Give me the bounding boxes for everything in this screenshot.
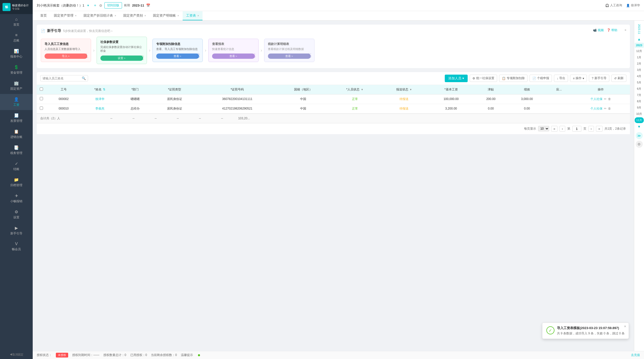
sidebar-item-settle[interactable]: ✓ 结账 (0, 158, 33, 174)
tab-close-payroll[interactable]: × (197, 14, 199, 17)
row-checkbox-1[interactable] (40, 97, 43, 100)
expand-panel-button[interactable]: ≫ (636, 132, 643, 139)
month-item-8[interactable]: 8月 (635, 98, 644, 104)
tab-home[interactable]: 首页 (37, 11, 50, 20)
row-checkbox-2[interactable] (40, 107, 43, 110)
month-item-4[interactable]: 4月 (635, 73, 644, 79)
ai-consult-button[interactable]: 🎧 人工咨询 (605, 3, 622, 8)
wizard-step-3-btn[interactable]: 查看＞ (156, 54, 199, 59)
wizard-step-5-btn[interactable]: 查看＞ (268, 54, 311, 59)
status-filter-icon[interactable]: ▼ (361, 88, 364, 91)
first-page-button[interactable]: « (551, 126, 557, 132)
tax-report-button[interactable]: 📄 个税申报 (530, 75, 552, 82)
sidebar-item-member[interactable]: V 畅会员 (0, 239, 33, 254)
special-deduction-button[interactable]: 📋 专项附加扣除 (499, 75, 528, 82)
tab-close-fixed-detail[interactable]: × (177, 14, 179, 17)
th-status[interactable]: *人员状态 ▼ (330, 85, 380, 94)
month-item-5[interactable]: 5月 (635, 80, 644, 85)
report-status-filter-icon[interactable]: ▼ (410, 88, 412, 91)
tab-close-fixed-cat[interactable]: × (144, 14, 146, 17)
search-icon[interactable]: 🔍 (82, 76, 86, 80)
export-button[interactable]: ↓ 导出 (554, 75, 568, 82)
sidebar-item-ledger[interactable]: ≡ 总账 (0, 30, 33, 46)
month-item-10[interactable]: 10月 (635, 111, 644, 117)
guide-button[interactable]: ? 新手引导 (589, 75, 609, 82)
month-item-9[interactable]: 9月 (635, 105, 644, 111)
month-item-1[interactable]: 1月 (635, 55, 644, 60)
social-insurance-button[interactable]: ⚙ 统一社保设置 (470, 75, 497, 82)
sidebar-item-label: 资金管理 (10, 71, 22, 75)
employee-name-1[interactable]: 徐泽华 (95, 97, 104, 101)
month-item-12[interactable]: 12月 (635, 48, 644, 54)
month-item-3[interactable]: 3月 (635, 67, 644, 73)
month-item-6[interactable]: 6月 (635, 86, 644, 92)
account-dropdown[interactable]: ▾ (87, 4, 89, 7)
sidebar-item-funds[interactable]: 💲 资金管理 (0, 62, 33, 78)
sidebar-item-label: 设置 (13, 215, 19, 220)
month-item-2[interactable]: 2月 (635, 61, 644, 67)
name-sort-icon[interactable]: ⇅ (103, 88, 105, 91)
calendar-icon[interactable]: 📅 (146, 4, 150, 7)
op-edit-icon-1[interactable]: ✏ (604, 97, 607, 101)
add-employee-button[interactable]: 添加人员 ▾ (445, 75, 468, 82)
tab-payroll-table[interactable]: 工资表 × (183, 11, 203, 20)
sidebar-unpin-button[interactable]: ◀取消固定 (0, 350, 33, 359)
video-link[interactable]: 📹 视频 (593, 28, 603, 32)
th-id-type: *证照类型 (151, 85, 197, 94)
sidebar-item-home[interactable]: ⌂ 首页 (0, 14, 33, 30)
select-all-checkbox[interactable] (40, 87, 43, 91)
tab-fixed-dep[interactable]: 固定资产折旧统计表 × (80, 11, 119, 20)
tab-close-fixed-mgmt[interactable]: × (75, 14, 76, 17)
op-edit-icon-2[interactable]: ✏ (604, 107, 607, 110)
per-page-select[interactable]: 10 20 50 (538, 126, 549, 131)
op-social-insurance-1[interactable]: 个人社保 (590, 97, 602, 101)
tab-fixed-cat[interactable]: 固定资产类别 × (120, 11, 149, 20)
employee-name-2[interactable]: 李俊杰 (95, 107, 104, 110)
page-input[interactable] (572, 126, 581, 132)
toast-close-button[interactable]: × (624, 324, 626, 328)
search-input[interactable] (43, 77, 80, 80)
wizard-step-1-btn[interactable]: 导入＞ (45, 54, 87, 59)
settings-button[interactable]: ⚙ (99, 4, 102, 8)
month-nav-down[interactable]: ▼ (637, 124, 641, 129)
sidebar-item-archive[interactable]: 📁 归档管理 (0, 174, 33, 190)
wizard-step-2-btn[interactable]: 设置＞ (100, 56, 143, 61)
sidebar-item-settings[interactable]: ⚙ 设置 (0, 207, 33, 223)
sidebar-item-invoice[interactable]: 🧾 发票管理 (0, 110, 33, 126)
switch-old-version-button[interactable]: 切到旧版 (104, 2, 122, 9)
sidebar-item-expense[interactable]: ✈ 小畅报销 (0, 190, 33, 207)
sidebar-item-guide[interactable]: ▶ 新手引导 (0, 223, 33, 239)
tab-fixed-detail[interactable]: 固定资产明细账 × (149, 11, 182, 20)
th-report-status[interactable]: 报送状态 ▼ (380, 85, 428, 94)
month-item-11[interactable]: 11月 (635, 117, 644, 123)
user-info[interactable]: 👤 徐泽华 (626, 3, 640, 8)
op-social-insurance-2[interactable]: 个人社保 (590, 107, 602, 111)
add-account-button[interactable]: ＋ (93, 3, 97, 8)
tab-fixed-mgmt[interactable]: 固定资产管理 × (50, 11, 80, 20)
recharge-link[interactable]: 去充值 (631, 353, 640, 357)
sidebar-item-report[interactable]: 📊 报表中心 (0, 46, 33, 62)
report-icon: 📊 (14, 49, 19, 54)
sidebar-item-fixed[interactable]: 🏢 固定资产 (0, 78, 33, 94)
op-delete-icon-2[interactable]: 🗑 (608, 107, 611, 110)
settle-icon: ✓ (15, 161, 18, 166)
settings-panel-button[interactable]: ⚙ (636, 141, 643, 148)
help-link[interactable]: ❓ 帮助 (607, 28, 617, 32)
op-delete-icon-1[interactable]: 🗑 (608, 97, 611, 101)
tab-close-fixed-dep[interactable]: × (114, 14, 116, 17)
sidebar-item-trade[interactable]: 📋 进销台账 (0, 126, 33, 142)
operate-button[interactable]: ≡ 操作 ▾ (570, 75, 587, 82)
last-page-button[interactable]: » (596, 126, 602, 132)
sidebar-item-label: 小畅报销 (10, 199, 22, 203)
prev-page-button[interactable]: ‹ (559, 126, 565, 132)
add-dropdown-icon[interactable]: ▾ (462, 76, 464, 80)
sidebar-item-tax[interactable]: 📑 税务管理 (0, 142, 33, 158)
refresh-button[interactable]: ↺ 刷新 (611, 75, 626, 82)
wizard-step-4-btn[interactable]: 查看＞ (212, 54, 255, 59)
wizard-close-button[interactable]: × (624, 28, 626, 32)
month-item-7[interactable]: 7月 (635, 92, 644, 98)
sidebar-item-payroll[interactable]: 👤 工资 (0, 94, 33, 110)
next-page-button[interactable]: › (588, 126, 594, 132)
month-nav-up[interactable]: ▲ (637, 37, 641, 42)
th-name[interactable]: *姓名 ⇅ (81, 85, 119, 94)
